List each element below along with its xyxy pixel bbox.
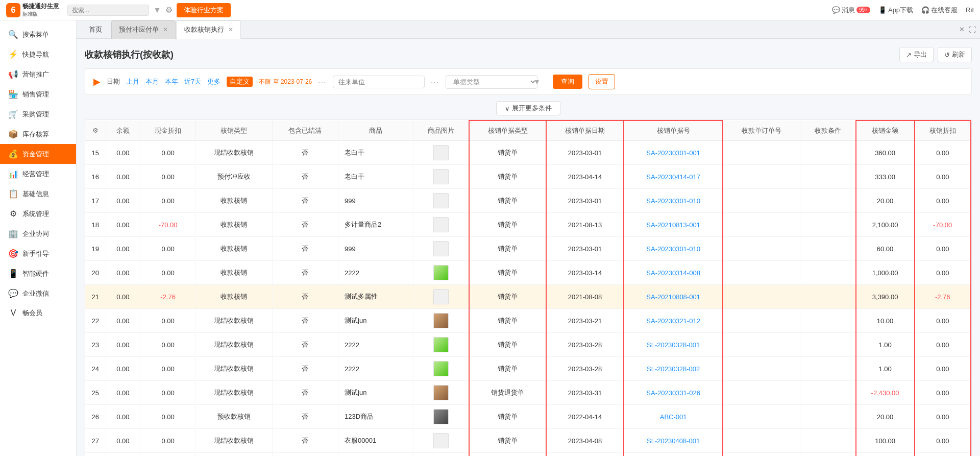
th-discount: 核销折扣 (915, 121, 971, 141)
sidebar-item-operations[interactable]: 📊 经营管理 (0, 164, 76, 184)
sidebar-label-inventory: 库存核算 (22, 130, 49, 139)
bill-no-link[interactable]: SA-20230301-010 (646, 245, 700, 253)
td-bill-no[interactable]: SA-20230301-001 (624, 141, 723, 165)
app-download-link[interactable]: 📱 App下载 (878, 6, 913, 15)
td-discount: 0.00 (915, 189, 971, 213)
search-menu-icon: 🔍 (8, 30, 18, 39)
td-bill-no[interactable]: SL-20230328-001 (624, 333, 723, 357)
tab-prepay[interactable]: 预付冲应付单 ✕ (111, 20, 176, 39)
user-name[interactable]: Rit (966, 6, 974, 14)
td-bill-date: 2023-03-01 (546, 237, 623, 261)
td-product-img (413, 261, 470, 285)
bill-no-link[interactable]: SA-20230321-012 (646, 317, 700, 325)
bill-no-link[interactable]: SL-20230328-001 (647, 341, 700, 349)
expand-tab-icon[interactable]: ⛶ (969, 26, 976, 34)
gear-icon[interactable]: ⚙ (165, 5, 173, 15)
td-recv-order (723, 165, 800, 189)
refresh-button[interactable]: ↺ 刷新 (938, 47, 972, 62)
bill-no-link[interactable]: SA-20230314-008 (646, 269, 700, 277)
td-balance: 0.00 (106, 165, 140, 189)
sidebar-item-wechat[interactable]: 💬 企业微信 (0, 283, 76, 303)
tab-prepay-close[interactable]: ✕ (163, 26, 168, 33)
td-balance: 0.00 (106, 453, 140, 457)
sidebar-item-smart-hw[interactable]: 📱 智能硬件 (0, 263, 76, 283)
bill-no-link[interactable]: SL-20230328-002 (647, 365, 700, 373)
bill-no-link[interactable]: SA-20210808-001 (646, 293, 700, 301)
bill-no-link[interactable]: SL-20230408-001 (647, 437, 700, 445)
td-recv-order (723, 453, 800, 457)
export-button[interactable]: ↗ 导出 (899, 47, 934, 62)
tab-home[interactable]: 首页 (81, 20, 110, 39)
sidebar-label-marketing: 营销推广 (22, 70, 49, 79)
sidebar-item-quick-nav[interactable]: ⚡ 快捷导航 (0, 44, 76, 64)
td-type: 收款核销 (196, 237, 273, 261)
bill-no-link[interactable]: SA-20230301-010 (646, 197, 700, 205)
more-link[interactable]: 更多 (207, 77, 220, 86)
base-info-icon: 📋 (8, 189, 18, 199)
sidebar-item-member[interactable]: V 畅会员 (0, 303, 76, 323)
bill-no-link[interactable]: ABC-001 (660, 413, 687, 421)
sidebar-item-sales[interactable]: 🏪 销售管理 (0, 84, 76, 104)
industry-solution-button[interactable]: 体验行业方案 (177, 3, 231, 17)
td-bill-date: 2023-03-01 (546, 189, 623, 213)
partner-input[interactable] (333, 76, 425, 88)
page-title: 收款核销执行(按收款) (85, 49, 174, 61)
dropdown-icon[interactable]: ▼ (153, 6, 161, 15)
td-product: 999 (338, 189, 413, 213)
query-button[interactable]: 查询 (553, 75, 582, 89)
sidebar-item-marketing[interactable]: 📢 营销推广 (0, 64, 76, 84)
message-area[interactable]: 💬 消息 99+ (832, 6, 870, 15)
td-bill-no[interactable]: SA-20210808-001 (624, 285, 723, 309)
sidebar-item-search-menu[interactable]: 🔍 搜索菜单 (0, 25, 76, 44)
td-bill-no[interactable]: SL-20230408-001 (624, 429, 723, 453)
this-year-link[interactable]: 本年 (165, 77, 178, 86)
this-month-link[interactable]: 本月 (145, 77, 159, 86)
close-tab-icon[interactable]: ✕ (959, 26, 965, 33)
bill-no-link[interactable]: SA-20230414-017 (646, 173, 700, 181)
custom-link[interactable]: 自定义 (227, 77, 253, 87)
td-bill-no[interactable]: SA-20230331-026 (624, 381, 723, 405)
last-month-link[interactable]: 上月 (126, 77, 139, 86)
td-bill-no[interactable]: SA-20230301-010 (624, 189, 723, 213)
table-row: 19 0.00 0.00 收款核销 否 999 销货单 2023-03-01 S… (85, 237, 971, 261)
td-num: 17 (85, 189, 106, 213)
sidebar-item-purchase[interactable]: 🛒 采购管理 (0, 104, 76, 124)
bill-no-link[interactable]: SA-20210813-001 (646, 221, 700, 229)
settings-filter-button[interactable]: 设置 (589, 74, 615, 89)
enterprise-icon: 🏢 (8, 229, 18, 238)
td-recv-cond (800, 285, 856, 309)
bill-no-link[interactable]: SA-20230331-026 (646, 389, 700, 397)
top-search-input[interactable] (67, 5, 149, 16)
tab-collection-close[interactable]: ✕ (228, 26, 233, 33)
expand-icon[interactable]: ▶ (93, 76, 101, 87)
td-bill-no[interactable]: SA-20210813-001 (624, 213, 723, 237)
sidebar-item-system[interactable]: ⚙ 系统管理 (0, 204, 76, 224)
td-bill-no[interactable]: SA-20230321-012 (624, 309, 723, 333)
th-recv-cond: 收款条件 (800, 121, 856, 141)
sidebar-item-finance[interactable]: 💰 资金管理 (0, 144, 76, 164)
online-service-link[interactable]: 🎧 在线客服 (921, 6, 958, 15)
bill-no-link[interactable]: SA-20230301-001 (646, 149, 700, 157)
sidebar-item-base-info[interactable]: 📋 基础信息 (0, 184, 76, 204)
td-bill-no[interactable]: SL-20230328-002 (624, 357, 723, 381)
table-row: 16 0.00 0.00 预付冲应收 否 老白干 销货单 2023-04-14 … (85, 165, 971, 189)
tab-collection[interactable]: 收款核销执行 ✕ (177, 20, 241, 39)
sidebar-item-enterprise[interactable]: 🏢 企业协同 (0, 224, 76, 244)
td-bill-no[interactable]: SA-20230414-017 (624, 165, 723, 189)
sidebar-item-newbie[interactable]: 🎯 新手引导 (0, 244, 76, 263)
td-bill-no[interactable]: SA-20230314-008 (624, 261, 723, 285)
td-type: 收款核销 (196, 285, 273, 309)
expand-conditions-button[interactable]: ∨ 展开更多条件 (496, 101, 560, 115)
bill-type-select[interactable]: 单据类型 (446, 75, 537, 89)
td-num: 26 (85, 405, 106, 429)
td-cash-discount: 0.00 (140, 357, 196, 381)
td-bill-no[interactable]: SA-20230301-010 (624, 237, 723, 261)
td-bill-no[interactable]: ABC-001 (624, 405, 723, 429)
last-7-days-link[interactable]: 近7天 (184, 77, 201, 86)
td-recv-cond (800, 333, 856, 357)
th-settings[interactable]: ⚙ (85, 121, 106, 141)
messages-label: 消息 (842, 6, 855, 15)
td-type: 预付冲应收 (196, 165, 273, 189)
td-bill-no[interactable]: SL-20230418-001 (624, 453, 723, 457)
sidebar-item-inventory[interactable]: 📦 库存核算 (0, 124, 76, 144)
